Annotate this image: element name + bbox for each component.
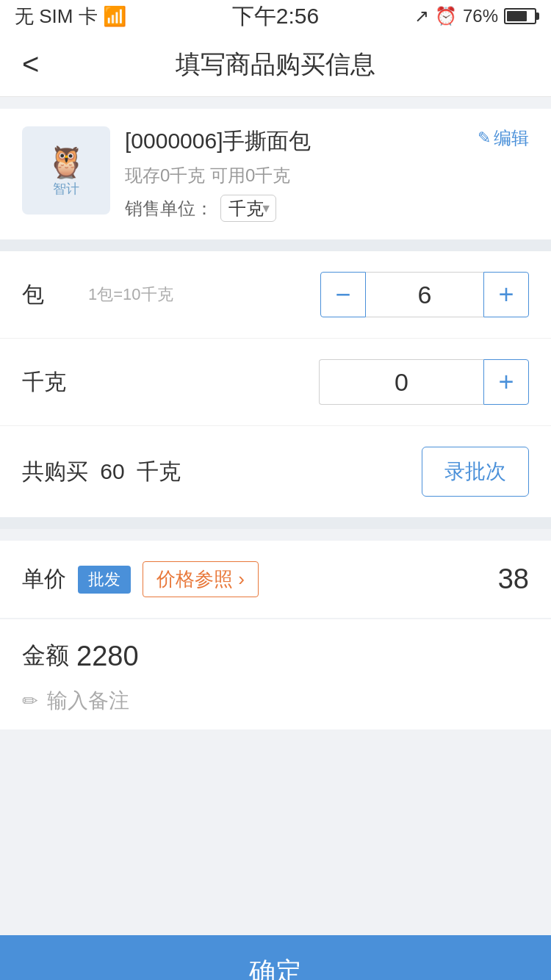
note-icon: ✏ xyxy=(22,690,38,713)
bao-sublabel: 1包=10千克 xyxy=(88,284,320,306)
price-tag: 批发 xyxy=(78,566,131,594)
amount-value: 2280 xyxy=(76,641,139,672)
price-ref-button[interactable]: 价格参照 › xyxy=(143,561,259,597)
confirm-button[interactable]: 确定 xyxy=(0,935,551,980)
edit-label: 编辑 xyxy=(494,126,529,150)
kg-input[interactable] xyxy=(319,359,483,405)
amount-row: 金额 2280 xyxy=(22,640,529,672)
edit-icon: ✎ xyxy=(478,129,491,148)
bao-controls: − + xyxy=(320,272,529,317)
back-button[interactable]: < xyxy=(22,48,39,81)
bao-minus-button[interactable]: − xyxy=(320,272,366,317)
product-stock: 现存0千克 可用0千克 xyxy=(125,164,529,187)
bao-plus-button[interactable]: + xyxy=(483,272,529,317)
note-placeholder: 输入备注 xyxy=(47,687,129,715)
unit-select[interactable]: 千克 xyxy=(220,195,276,222)
total-text: 共购买 60 千克 xyxy=(22,457,181,487)
kg-controls: + xyxy=(319,359,529,405)
product-info: [0000006]手撕面包 ✎ 编辑 现存0千克 可用0千克 销售单位： 千克 xyxy=(125,126,529,222)
product-thumbnail-label: 智计 xyxy=(53,180,79,198)
total-amount: 60 xyxy=(100,459,124,483)
location-icon: ↗ xyxy=(414,6,429,26)
kg-plus-button[interactable]: + xyxy=(483,359,529,405)
status-left: 无 SIM 卡 📶 xyxy=(15,4,126,29)
total-label: 共购买 xyxy=(22,459,88,483)
battery-icon xyxy=(504,8,536,24)
total-unit: 千克 xyxy=(137,459,181,483)
kg-row: 千克 + xyxy=(0,339,551,426)
note-row[interactable]: ✏ 输入备注 xyxy=(22,687,529,715)
amount-section: 金额 2280 ✏ 输入备注 xyxy=(0,619,551,729)
product-card: 🦉 智计 [0000006]手撕面包 ✎ 编辑 现存0千克 可用0千克 销售单位… xyxy=(0,109,551,239)
price-label: 单价 xyxy=(22,564,66,594)
product-thumbnail: 🦉 智计 xyxy=(22,126,110,215)
nav-bar: < 填写商品购买信息 xyxy=(0,32,551,97)
battery-percent: 76% xyxy=(463,6,498,26)
divider-2 xyxy=(0,517,551,529)
status-right: ↗ ⏰ 76% xyxy=(414,6,536,26)
bao-label: 包 xyxy=(22,280,81,310)
alarm-icon: ⏰ xyxy=(435,6,457,26)
price-section: 单价 批发 价格参照 › 38 xyxy=(0,541,551,618)
price-value: 38 xyxy=(498,563,529,595)
status-time: 下午2:56 xyxy=(232,1,319,32)
product-name: [0000006]手撕面包 xyxy=(125,126,311,156)
total-row: 共购买 60 千克 录批次 xyxy=(0,426,551,517)
product-unit-row: 销售单位： 千克 xyxy=(125,195,529,222)
kg-label: 千克 xyxy=(22,367,81,397)
divider-1 xyxy=(0,239,551,251)
bao-input[interactable] xyxy=(366,272,483,317)
unit-select-wrap[interactable]: 千克 xyxy=(220,195,276,222)
status-bar: 无 SIM 卡 📶 下午2:56 ↗ ⏰ 76% xyxy=(0,0,551,32)
product-owl-icon: 🦉 xyxy=(47,144,85,180)
unit-label: 销售单位： xyxy=(125,197,213,220)
edit-link[interactable]: ✎ 编辑 xyxy=(478,126,529,150)
bao-row: 包 1包=10千克 − + xyxy=(0,251,551,339)
batch-button[interactable]: 录批次 xyxy=(422,447,529,497)
content-spacer xyxy=(0,729,551,935)
input-section: 包 1包=10千克 − + 千克 + xyxy=(0,251,551,426)
page-title: 填写商品购买信息 xyxy=(176,48,375,82)
amount-label: 金额 xyxy=(22,640,69,672)
